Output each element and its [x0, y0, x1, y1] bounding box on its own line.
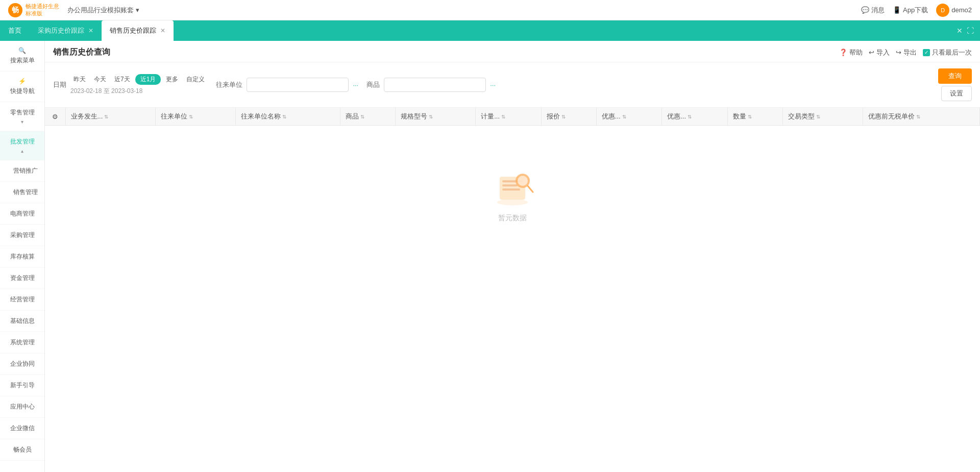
from-unit-label: 往来单位 [216, 80, 242, 89]
table-header-pre-tax-price[interactable]: 优惠前无税单价 ⇅ [863, 108, 980, 126]
tab-home[interactable]: 首页 [0, 20, 30, 41]
table-header-unit-name[interactable]: 往来单位名称 ⇅ [236, 108, 340, 126]
svg-line-7 [528, 186, 533, 192]
last-only-checkbox-label[interactable]: ✓ 只看最后一次 [923, 48, 972, 57]
table-header-unit[interactable]: 计量... ⇅ [476, 108, 541, 126]
tab-sales[interactable]: 销售历史价跟踪 ✕ [102, 20, 174, 41]
tab-purchase[interactable]: 采购历史价跟踪 ✕ [30, 20, 102, 41]
sidebar-item-search-menu[interactable]: 🔍 搜索菜单 [0, 41, 44, 72]
sidebar-item-sales-mgmt[interactable]: 销售管理 [0, 182, 44, 203]
sidebar-item-wechat[interactable]: 企业微信 [0, 418, 44, 439]
product-input[interactable] [384, 78, 486, 92]
close-all-tabs-icon[interactable]: ✕ [957, 27, 963, 35]
sidebar-item-operations[interactable]: 经营管理 [0, 289, 44, 311]
date-btn-more[interactable]: 更多 [163, 74, 181, 85]
sort-trade-type-icon[interactable]: ⇅ [816, 114, 820, 120]
sidebar-item-app-center[interactable]: 应用中心 [0, 396, 44, 418]
page-title: 销售历史价查询 [53, 47, 110, 58]
chevron-up-icon: ▴ [21, 148, 23, 154]
export-button[interactable]: ↪ 导出 [896, 48, 917, 57]
content-area: 销售历史价查询 ❓ 帮助 ↩ 导入 ↪ 导出 ✓ 只看最后一次 [45, 41, 980, 472]
settings-button[interactable]: 设置 [941, 86, 972, 101]
sidebar-item-wholesale-mgmt[interactable]: 批发管理 ▴ [0, 131, 44, 160]
sort-quantity-icon[interactable]: ⇅ [748, 114, 752, 120]
svg-point-0 [497, 199, 528, 205]
table-header-trade-type[interactable]: 交易类型 ⇅ [782, 108, 863, 126]
data-table: ⚙ 业务发生... ⇅ 往来单位 ⇅ [45, 108, 980, 126]
top-bar-left: 畅 畅捷通好生意 标准版 办公用品行业模拟账套 ▾ [8, 3, 143, 17]
sort-discount2-icon[interactable]: ⇅ [688, 114, 692, 120]
sidebar-item-retail-mgmt[interactable]: 零售管理 ▾ [0, 102, 44, 131]
svg-point-6 [518, 176, 528, 186]
sidebar-item-quick-nav[interactable]: ⚡ 快捷导航 [0, 72, 44, 102]
sidebar-item-finance[interactable]: 资金管理 [0, 268, 44, 289]
sort-spec-icon[interactable]: ⇅ [429, 114, 433, 120]
logo-icon: 畅 [8, 3, 22, 17]
sort-pre-tax-price-icon[interactable]: ⇅ [916, 114, 920, 120]
date-btn-yesterday[interactable]: 昨天 [70, 74, 89, 85]
last-only-checkbox[interactable]: ✓ [923, 49, 930, 56]
table-header-unit-code[interactable]: 往来单位 ⇅ [156, 108, 236, 126]
from-unit-dots[interactable]: ··· [353, 81, 358, 89]
table-header-product[interactable]: 商品 ⇅ [340, 108, 396, 126]
sort-unit-code-icon[interactable]: ⇅ [189, 114, 193, 120]
empty-icon [487, 167, 538, 207]
sidebar-item-guide[interactable]: 新手引导 [0, 375, 44, 396]
chevron-down-icon: ▾ [136, 6, 139, 14]
sort-unit-icon[interactable]: ⇅ [501, 114, 505, 120]
table-header-quantity[interactable]: 数量 ⇅ [727, 108, 782, 126]
table-header-discount1[interactable]: 优惠... ⇅ [596, 108, 662, 126]
sort-unit-name-icon[interactable]: ⇅ [282, 114, 286, 120]
from-unit-input[interactable] [247, 78, 349, 92]
sort-discount1-icon[interactable]: ⇅ [622, 114, 626, 120]
sort-biz-date-icon[interactable]: ⇅ [104, 114, 108, 120]
product-dots[interactable]: ··· [490, 81, 496, 89]
import-button[interactable]: ↩ 导入 [869, 48, 890, 57]
table-header-discount2[interactable]: 优惠... ⇅ [662, 108, 727, 126]
table-header-settings[interactable]: ⚙ [45, 108, 65, 126]
sidebar-item-marketing[interactable]: 营销推广 [0, 160, 44, 182]
page-actions: ❓ 帮助 ↩ 导入 ↪ 导出 ✓ 只看最后一次 [839, 48, 972, 57]
query-button[interactable]: 查询 [938, 68, 972, 84]
date-filter-group: 日期 昨天 今天 近7天 近1月 更多 自定义 2023-02-18 至 202… [53, 74, 208, 96]
tab-bar: 首页 采购历史价跟踪 ✕ 销售历史价跟踪 ✕ ✕ ⛶ [0, 20, 980, 41]
tab-purchase-close[interactable]: ✕ [88, 27, 93, 34]
nav-icon: ⚡ [18, 78, 26, 85]
date-btn-custom[interactable]: 自定义 [183, 74, 208, 85]
tab-sales-close[interactable]: ✕ [160, 27, 165, 34]
avatar: D [936, 4, 949, 17]
table-header-quoted-price[interactable]: 报价 ⇅ [541, 108, 596, 126]
chevron-down-icon: ▾ [21, 119, 23, 125]
top-bar: 畅 畅捷通好生意 标准版 办公用品行业模拟账套 ▾ 💬 消息 📱 App下载 D… [0, 0, 980, 20]
date-btn-today[interactable]: 今天 [91, 74, 109, 85]
table-header-spec[interactable]: 规格型号 ⇅ [396, 108, 476, 126]
sidebar-item-system[interactable]: 系统管理 [0, 332, 44, 353]
sidebar-item-basics[interactable]: 基础信息 [0, 311, 44, 332]
page-header: 销售历史价查询 ❓ 帮助 ↩ 导入 ↪ 导出 ✓ 只看最后一次 [45, 41, 980, 62]
filter-bar: 日期 昨天 今天 近7天 近1月 更多 自定义 2023-02-18 至 202… [45, 62, 980, 108]
sort-quoted-price-icon[interactable]: ⇅ [561, 114, 566, 120]
export-icon: ↪ [896, 49, 901, 56]
empty-text: 暂元数据 [498, 214, 527, 223]
date-shortcuts: 昨天 今天 近7天 近1月 更多 自定义 [70, 74, 208, 85]
sidebar-item-ecommerce[interactable]: 电商管理 [0, 203, 44, 225]
date-btn-1month[interactable]: 近1月 [135, 74, 161, 85]
date-label: 日期 [53, 80, 66, 89]
tab-bar-actions: ✕ ⛶ [957, 27, 980, 35]
message-button[interactable]: 💬 消息 [861, 6, 885, 15]
user-menu[interactable]: D demo2 [936, 4, 972, 17]
message-icon: 💬 [861, 6, 869, 14]
from-unit-filter-group: 往来单位 ··· [216, 78, 358, 92]
sort-product-icon[interactable]: ⇅ [360, 114, 364, 120]
sidebar-item-member[interactable]: 畅会员 [0, 439, 44, 461]
company-select[interactable]: 办公用品行业模拟账套 ▾ [63, 6, 143, 15]
sidebar-item-inventory[interactable]: 库存核算 [0, 246, 44, 268]
app-download-button[interactable]: 📱 App下载 [893, 6, 928, 15]
help-button[interactable]: ❓ 帮助 [839, 48, 863, 57]
fullscreen-icon[interactable]: ⛶ [967, 27, 974, 35]
table-header-biz-date[interactable]: 业务发生... ⇅ [65, 108, 156, 126]
sidebar-item-enterprise[interactable]: 企业协同 [0, 353, 44, 375]
date-range-display: 2023-02-18 至 2023-03-18 [70, 87, 208, 96]
sidebar-item-purchase-mgmt[interactable]: 采购管理 [0, 225, 44, 246]
date-btn-7days[interactable]: 近7天 [111, 74, 133, 85]
